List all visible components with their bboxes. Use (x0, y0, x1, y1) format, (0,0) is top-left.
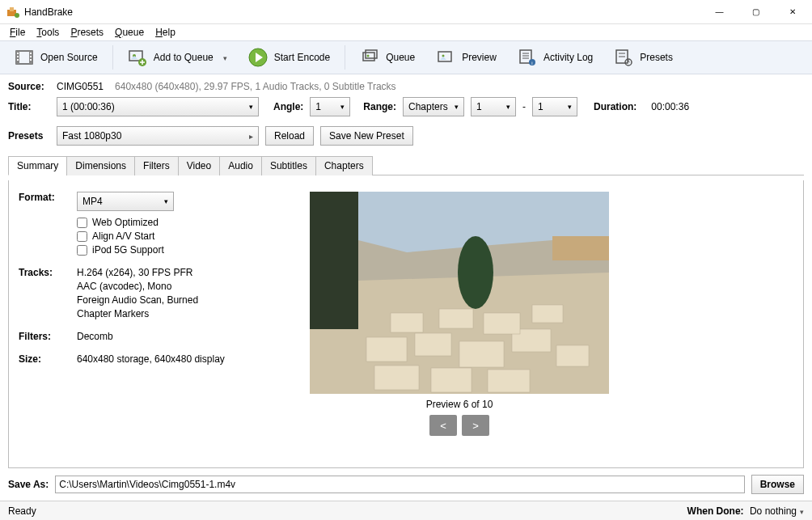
svg-rect-42 (439, 309, 473, 328)
preview-next-button[interactable]: > (462, 415, 489, 436)
svg-rect-33 (310, 192, 358, 329)
track-line: H.264 (x264), 30 FPS PFR (77, 267, 294, 278)
app-icon (6, 6, 19, 19)
add-to-queue-button[interactable]: Add to Queue (120, 44, 235, 70)
open-source-button[interactable]: Open Source (6, 44, 106, 70)
angle-select[interactable]: 1▾ (310, 97, 350, 116)
svg-text:i: i (531, 61, 532, 66)
presets-label: Presets (640, 52, 673, 63)
maximize-button[interactable]: ▢ (738, 1, 774, 23)
menubar: File Tools Presets Queue Help (0, 24, 812, 40)
align-av-checkbox[interactable]: Align A/V Start (77, 230, 294, 242)
save-new-preset-button[interactable]: Save New Preset (320, 126, 413, 146)
svg-rect-7 (17, 56, 19, 57)
queue-icon (360, 48, 379, 67)
source-label: Source: (8, 81, 50, 92)
duration-label: Duration: (594, 101, 636, 112)
title-label: Title: (8, 101, 50, 112)
activity-log-icon: i (518, 48, 537, 67)
preview-label: Preview (462, 52, 497, 63)
minimize-button[interactable]: — (701, 1, 738, 23)
summary-left: Format: MP4▾ Web Optimized Align A/V Sta… (19, 192, 294, 459)
tab-audio[interactable]: Audio (219, 156, 262, 175)
source-name: CIMG0551 (57, 81, 104, 92)
presets-icon (614, 48, 633, 67)
close-button[interactable]: ✕ (774, 1, 810, 23)
menu-tools[interactable]: Tools (32, 25, 64, 40)
svg-rect-34 (552, 236, 609, 260)
range-separator: - (522, 101, 526, 112)
svg-rect-11 (30, 59, 32, 61)
presets-row: Presets Fast 1080p30 Reload Save New Pre… (8, 126, 804, 146)
presets-button[interactable]: Presets (606, 44, 681, 70)
queue-button[interactable]: Queue (352, 44, 423, 70)
activity-log-label: Activity Log (543, 52, 593, 63)
open-source-label: Open Source (40, 52, 98, 63)
tab-dimensions[interactable]: Dimensions (66, 156, 135, 175)
tab-video[interactable]: Video (178, 156, 220, 175)
source-info: 640x480 (640x480), 29.97 FPS, 1 Audio Tr… (115, 81, 396, 92)
activity-log-button[interactable]: i Activity Log (510, 44, 601, 70)
status-text: Ready (8, 505, 36, 517)
source-row: Source: CIMG0551 640x480 (640x480), 29.9… (8, 81, 804, 92)
track-line: Foreign Audio Scan, Burned (77, 294, 294, 306)
title-select[interactable]: 1 (00:00:36)▾ (57, 97, 259, 116)
title-row: Title: 1 (00:00:36)▾ Angle: 1▾ Range: Ch… (8, 97, 804, 116)
track-line: Chapter Markers (77, 308, 294, 319)
film-icon (15, 48, 34, 67)
svg-rect-19 (438, 52, 451, 61)
browse-button[interactable]: Browse (751, 475, 804, 494)
svg-rect-44 (532, 305, 563, 323)
preview-prev-button[interactable]: < (429, 415, 457, 436)
window-title: HandBrake (24, 6, 701, 18)
svg-rect-41 (391, 313, 423, 332)
size-value: 640x480 storage, 640x480 display (77, 353, 294, 365)
svg-rect-46 (431, 368, 472, 392)
tab-body: Format: MP4▾ Web Optimized Align A/V Sta… (8, 180, 804, 468)
preview-image (310, 192, 609, 394)
reload-button[interactable]: Reload (265, 126, 314, 146)
tab-chapters[interactable]: Chapters (315, 156, 373, 175)
menu-help[interactable]: Help (150, 25, 180, 40)
when-done-value: Do nothing (750, 505, 804, 517)
ipod-checkbox[interactable]: iPod 5G Support (77, 244, 294, 256)
svg-rect-38 (459, 341, 504, 367)
save-bar: Save As: Browse (0, 471, 812, 501)
preview-button[interactable]: Preview (428, 44, 505, 70)
menu-file[interactable]: File (5, 25, 30, 40)
svg-rect-47 (488, 370, 530, 392)
play-icon (248, 48, 268, 67)
web-optimized-checkbox[interactable]: Web Optimized (77, 217, 294, 228)
range-to-select[interactable]: 1▾ (532, 97, 577, 116)
tab-summary[interactable]: Summary (8, 156, 67, 175)
toolbar: Open Source Add to Queue Start Encode Qu… (0, 40, 812, 74)
tab-subtitles[interactable]: Subtitles (261, 156, 316, 175)
start-encode-button[interactable]: Start Encode (240, 44, 338, 70)
svg-rect-8 (17, 59, 19, 61)
toolbar-separator (345, 45, 345, 70)
tab-filters[interactable]: Filters (134, 156, 179, 175)
titlebar: HandBrake — ▢ ✕ (0, 0, 812, 24)
save-as-input[interactable] (55, 476, 744, 493)
presets-row-label: Presets (8, 130, 50, 142)
preset-select[interactable]: Fast 1080p30 (57, 126, 259, 146)
size-label: Size: (19, 353, 67, 365)
svg-rect-6 (17, 53, 19, 54)
range-type-select[interactable]: Chapters▾ (403, 97, 464, 116)
svg-rect-10 (30, 56, 32, 57)
format-select[interactable]: MP4▾ (77, 192, 174, 211)
when-done[interactable]: When Done: Do nothing (687, 505, 804, 517)
range-from-select[interactable]: 1▾ (471, 97, 516, 116)
when-done-label: When Done: (687, 505, 744, 517)
angle-label: Angle: (273, 101, 303, 112)
svg-rect-37 (415, 333, 451, 356)
svg-rect-36 (366, 337, 407, 361)
queue-label: Queue (386, 52, 415, 63)
menu-queue[interactable]: Queue (110, 25, 149, 40)
svg-point-18 (367, 55, 370, 57)
svg-rect-17 (366, 50, 377, 58)
start-encode-label: Start Encode (274, 52, 330, 63)
menu-presets[interactable]: Presets (66, 25, 108, 40)
track-line: AAC (avcodec), Mono (77, 281, 294, 292)
range-label: Range: (363, 101, 396, 112)
